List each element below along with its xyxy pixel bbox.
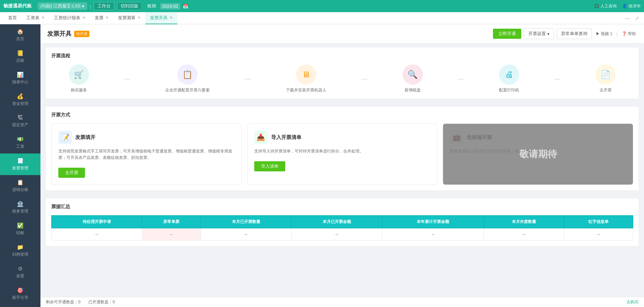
sidebar-item-funds-label: 资金管理 — [12, 101, 28, 107]
tab-home-label: 首页 — [8, 15, 17, 21]
sidebar: 🏠 首页 📒 总账 📊 报表中心 💰 资金管理 🏗 固定资产 💵 工资 🧾 发票… — [0, 24, 40, 307]
chevron-down-icon: ▾ — [547, 31, 550, 36]
company-selector[interactable]: (勾副) 江西服宝-LSS ▾ — [38, 2, 87, 10]
maximize-icon[interactable]: ⤢ — [634, 15, 641, 22]
sidebar-item-salary-label: 工资 — [16, 144, 24, 149]
go-issue-button[interactable]: 去开票 — [58, 168, 85, 178]
sidebar-item-ledger[interactable]: 📒 总账 — [0, 46, 40, 67]
method-manual-title: 发票填开 — [75, 134, 95, 141]
main-layout: 🏠 首页 📒 总账 📊 报表中心 💰 资金管理 🏗 固定资产 💵 工资 🧾 发票… — [0, 24, 644, 307]
top-bar: 畅捷通易代账 (勾副) 江西服宝-LSS ▾ | 工作台 切到旧版 账期 202… — [0, 0, 644, 12]
tab-invoice[interactable]: 发票 ✕ — [90, 12, 113, 24]
guide-icon: 🎯 — [17, 287, 24, 294]
tab-invoice-close[interactable]: ✕ — [106, 16, 109, 20]
process-steps: 🛒 购买服务 — 📋 企业开通配置开票六要素 — 🖥 下载并安装开票机器人 — … — [51, 64, 633, 93]
summary-title: 票据汇总 — [51, 204, 633, 210]
sidebar-item-vip[interactable]: 👑 畅会员 — [0, 305, 40, 307]
salary-icon: 💵 — [17, 136, 24, 142]
page-title-row: 发票开具 待开通 — [47, 30, 89, 38]
col-void-count: 本月作废数量 — [484, 216, 564, 228]
methods-section: 开票方式 📝 发票填开 支持按照发票格式手工填写开发票；可开具增值税电子普通发票… — [46, 107, 639, 190]
tab-home[interactable]: 首页 — [3, 12, 22, 24]
page-header: 发票开具 待开通 立即开通 开票设置 ▾ 异常单单查询 ▶ 视频 1 | ❓ 帮… — [40, 24, 644, 44]
cell-pending: -- — [52, 228, 142, 241]
tab-invoice-calc-label: 发票测算 — [118, 15, 136, 21]
sidebar-item-reports[interactable]: 📊 报表中心 — [0, 67, 40, 89]
summary-section: 票据汇总 待处理开票申请 异常单票 本月已开票数量 本月已开票金额 本年累计开票… — [46, 198, 639, 246]
workspace-button[interactable]: 工作台 — [94, 2, 114, 10]
user-service-link[interactable]: 🎧 人工咨询 — [594, 3, 617, 9]
col-abnormal: 异常单票 — [142, 216, 201, 228]
tab-invoice-calc[interactable]: 发票测算 ✕ — [113, 12, 145, 24]
sidebar-item-invoices[interactable]: 🧾 发票管理 — [0, 154, 40, 175]
sidebar-item-archive[interactable]: 📁 归档管理 — [0, 240, 40, 261]
help-button[interactable]: ❓ 帮助 — [620, 30, 637, 38]
help-icon: ❓ — [622, 31, 627, 36]
sidebar-item-funds[interactable]: 💰 资金管理 — [0, 89, 40, 111]
sidebar-item-salary[interactable]: 💵 工资 — [0, 132, 40, 154]
page-actions: 立即开通 开票设置 ▾ 异常单单查询 ▶ 视频 1 | ❓ 帮助 — [493, 28, 637, 39]
sidebar-item-purchase-sales[interactable]: 📋 进销台账 — [0, 175, 40, 197]
step-arrow-1: — — [124, 75, 130, 82]
step-arrow-3: — — [361, 75, 368, 82]
sidebar-item-tax[interactable]: 🏦 税务管理 — [0, 197, 40, 218]
immediate-open-button[interactable]: 立即开通 — [493, 29, 521, 39]
process-title: 开票流程 — [51, 53, 633, 59]
cell-red-info: -- — [564, 228, 633, 241]
cell-month-count: -- — [201, 228, 291, 241]
sidebar-item-guide[interactable]: 🎯 新手引导 — [0, 283, 40, 305]
tab-salary-report[interactable]: 工资统计报表 ✕ — [49, 12, 90, 24]
status-badge: 待开通 — [74, 31, 89, 37]
col-month-amount: 本月已开票金额 — [291, 216, 382, 228]
abnormal-query-button[interactable]: 异常单单查询 — [557, 28, 592, 39]
step-arrow-5: — — [554, 75, 560, 82]
user-name: 徐泽华 — [628, 3, 641, 9]
headset-icon: 🎧 — [594, 4, 599, 8]
cell-abnormal: -- — [142, 228, 201, 241]
method-card-boss: 💼 老板端开票 查看老板端小程序提交的开票申请，并作出相应处理管理。 敬请期待 — [443, 123, 633, 185]
tab-salary-close[interactable]: ✕ — [41, 16, 45, 20]
sidebar-item-home-label: 首页 — [16, 36, 24, 42]
user-profile-link[interactable]: 👤 徐泽华 — [622, 3, 641, 9]
tab-salary[interactable]: 工资表 ✕ — [22, 12, 49, 24]
methods-title: 开票方式 — [51, 112, 633, 118]
step-configure: 📋 企业开通配置开票六要素 — [165, 64, 210, 93]
step-tax-disc: 🔍 新增税盘 — [403, 64, 423, 93]
table-row: -- -- -- -- -- -- -- — [52, 228, 633, 241]
remaining-label: 剩余可开通数盘：0 — [46, 300, 81, 304]
tab-invoice-issue[interactable]: 发票开具 ✕ — [145, 12, 177, 24]
step-arrow-2: — — [245, 75, 251, 82]
tab-invoice-issue-close[interactable]: ✕ — [170, 16, 173, 20]
tab-salary-report-close[interactable]: ✕ — [82, 16, 85, 20]
tab-invoice-label: 发票 — [95, 15, 104, 21]
step-issue: 📄 去开票 — [595, 64, 616, 93]
reconcile-icon: ✅ — [17, 222, 24, 229]
calendar-icon[interactable]: 📅 — [183, 4, 188, 9]
tabs-bar: 首页 工资表 ✕ 工资统计报表 ✕ 发票 ✕ 发票测算 ✕ 发票开具 ✕ — ⤢ — [0, 12, 644, 24]
sidebar-item-settings[interactable]: ⚙ 设置 — [0, 261, 40, 283]
step-configure-label: 企业开通配置开票六要素 — [165, 87, 210, 93]
home-icon: 🏠 — [17, 28, 24, 35]
open-settings-button[interactable]: 开票设置 ▾ — [524, 28, 554, 39]
view-count-button[interactable]: ▶ 视频 1 — [594, 30, 614, 38]
import-list-button[interactable]: 导入清单 — [254, 161, 285, 171]
step-buy-service-label: 购买服务 — [71, 87, 87, 93]
sidebar-item-purchase-sales-label: 进销台账 — [12, 187, 28, 193]
step-printer: 🖨 配置打印机 — [499, 64, 519, 93]
sidebar-item-reconcile-label: 结账 — [16, 230, 24, 236]
sidebar-item-assets[interactable]: 🏗 固定资产 — [0, 111, 40, 132]
top-bar-left: 畅捷通易代账 (勾副) 江西服宝-LSS ▾ | 工作台 切到旧版 账期 202… — [3, 2, 188, 10]
step-arrow-4: — — [458, 75, 464, 82]
tab-invoice-calc-close[interactable]: ✕ — [138, 16, 141, 20]
minimize-icon[interactable]: — — [624, 15, 631, 22]
sidebar-item-home[interactable]: 🏠 首页 — [0, 24, 40, 46]
sidebar-item-reconcile[interactable]: ✅ 结账 — [0, 218, 40, 240]
method-manual-header: 📝 发票填开 — [58, 131, 235, 144]
col-pending: 待处理开票申请 — [52, 216, 142, 228]
method-manual-desc: 支持按照发票格式手工填写开发票；可开具增值税电子普通发票、增值税普通发票、增值税… — [58, 148, 235, 161]
divider: | — [616, 31, 617, 36]
tax-icon: 🏦 — [17, 201, 24, 207]
buy-link[interactable]: 去购买 — [626, 299, 639, 305]
switch-old-button[interactable]: 切到旧版 — [117, 2, 142, 10]
step-issue-label: 去开票 — [599, 87, 612, 93]
